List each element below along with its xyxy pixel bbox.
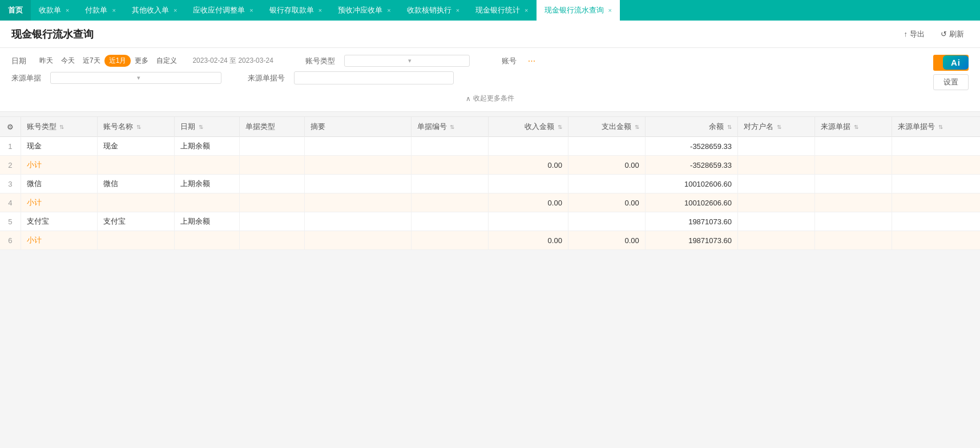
cell-expense: 0.00: [568, 231, 645, 250]
close-icon-8[interactable]: ×: [608, 0, 612, 21]
refresh-icon: ↺: [941, 30, 947, 38]
th-source-doc[interactable]: 来源单据 ⇅: [815, 117, 892, 137]
page-title: 现金银行流水查询: [11, 27, 94, 41]
cell-source-doc: [815, 137, 892, 156]
account-type-select[interactable]: ▾: [344, 55, 470, 67]
close-icon-7[interactable]: ×: [525, 0, 528, 21]
nav-tab-5[interactable]: 预收冲应收单 ×: [330, 0, 398, 21]
cell-income: 0.00: [488, 231, 568, 250]
cell-balance: 19871073.60: [645, 231, 737, 250]
close-icon-6[interactable]: ×: [456, 0, 459, 21]
sort-icon-2: ⇅: [136, 124, 141, 130]
cell-doc-type: [240, 212, 305, 231]
nav-tab-label-7: 现金银行统计: [475, 0, 520, 21]
cell-idx: 6: [0, 231, 21, 250]
custom-btn[interactable]: 自定义: [152, 55, 181, 67]
cell-idx: 4: [0, 193, 21, 212]
th-doc-no[interactable]: 单据编号 ⇅: [411, 117, 488, 137]
th-account-type[interactable]: 账号类型 ⇅: [21, 117, 98, 137]
nav-home[interactable]: 首页: [0, 0, 31, 21]
nav-tab-6[interactable]: 收款核销执行 ×: [399, 0, 467, 21]
th-settings[interactable]: ⚙: [0, 117, 21, 137]
close-icon-3[interactable]: ×: [249, 0, 253, 21]
refresh-button[interactable]: ↺ 刷新: [936, 27, 969, 42]
nav-tab-1[interactable]: 付款单 ×: [77, 0, 123, 21]
nav-tab-7[interactable]: 现金银行统计 ×: [467, 0, 536, 21]
nav-tab-2[interactable]: 其他收入单 ×: [124, 0, 185, 21]
cell-account-type: 支付宝: [21, 212, 98, 231]
cell-balance: -3528659.33: [645, 156, 737, 175]
cell-source-doc: [815, 175, 892, 193]
cell-doc-no: [411, 193, 488, 212]
ai-badge[interactable]: Ai: [943, 55, 969, 70]
close-icon-0[interactable]: ×: [66, 0, 69, 21]
cell-expense: [568, 175, 645, 193]
cell-account-name: 支付宝: [98, 212, 175, 231]
cell-source-doc-no: [892, 231, 980, 250]
th-account-name[interactable]: 账号名称 ⇅: [98, 117, 175, 137]
export-button[interactable]: ↑ 导出: [900, 27, 930, 42]
more-btn[interactable]: 更多: [131, 55, 152, 67]
account-no-dots[interactable]: ···: [526, 56, 538, 66]
table-row: 2 小计 0.00 0.00 -3528659.33: [0, 156, 980, 175]
cell-source-doc: [815, 156, 892, 175]
close-icon-4[interactable]: ×: [318, 0, 322, 21]
cell-idx: 3: [0, 175, 21, 193]
collapse-label: 收起更多条件: [473, 94, 514, 103]
cell-account-type: 小计: [21, 231, 98, 250]
nav-tab-label-5: 预收冲应收单: [338, 0, 382, 21]
account-no-label: 账号: [502, 56, 517, 66]
cell-source-doc: [815, 193, 892, 212]
source-doc-no-input[interactable]: [294, 71, 454, 84]
cell-counterpart: [738, 231, 815, 250]
close-icon-1[interactable]: ×: [112, 0, 115, 21]
cell-account-name: [98, 156, 175, 175]
nav-tab-label-6: 收款核销执行: [407, 0, 451, 21]
cell-doc-type: [240, 175, 305, 193]
nav-tab-8[interactable]: 现金银行流水查询 ×: [537, 0, 620, 21]
today-btn[interactable]: 今天: [57, 55, 79, 67]
last7-btn[interactable]: 近7天: [79, 55, 104, 67]
cell-income: [488, 212, 568, 231]
nav-tab-label-8: 现金银行流水查询: [545, 0, 604, 21]
sort-icon-6: ⇅: [450, 124, 454, 130]
cell-date: [175, 231, 240, 250]
cell-counterpart: [738, 212, 815, 231]
date-group: 昨天 今天 近7天 近1月 更多 自定义: [35, 55, 181, 67]
cell-account-type: 微信: [21, 175, 98, 193]
th-date[interactable]: 日期 ⇅: [175, 117, 240, 137]
nav-tab-label-2: 其他收入单: [132, 0, 169, 21]
page-header: 现金银行流水查询 ↑ 导出 ↺ 刷新: [0, 21, 980, 48]
cell-source-doc-no: [892, 212, 980, 231]
table-row: 6 小计 0.00 0.00 19871073.60: [0, 231, 980, 250]
cell-doc-type: [240, 137, 305, 156]
cell-account-type: 现金: [21, 137, 98, 156]
nav-tab-4[interactable]: 银行存取款单 ×: [261, 0, 330, 21]
filter-area: 日期 昨天 今天 近7天 近1月 更多 自定义 2023-02-24 至 202…: [0, 48, 980, 112]
yesterday-btn[interactable]: 昨天: [35, 55, 57, 67]
close-icon-2[interactable]: ×: [174, 0, 177, 21]
close-icon-5[interactable]: ×: [387, 0, 390, 21]
last1m-btn[interactable]: 近1月: [104, 55, 131, 67]
th-expense[interactable]: 支出金额 ⇅: [568, 117, 645, 137]
date-range: 2023-02-24 至 2023-03-24: [192, 56, 273, 64]
cell-date: [175, 156, 240, 175]
settings-button[interactable]: 设置: [933, 74, 969, 90]
th-balance[interactable]: 余额 ⇅: [645, 117, 737, 137]
cell-source-doc-no: [892, 156, 980, 175]
cell-source-doc-no: [892, 193, 980, 212]
cell-doc-no: [411, 156, 488, 175]
nav-tab-label-1: 付款单: [85, 0, 107, 21]
th-counterpart[interactable]: 对方户名 ⇅: [738, 117, 815, 137]
cell-source-doc-no: [892, 175, 980, 193]
th-income[interactable]: 收入金额 ⇅: [488, 117, 568, 137]
cell-account-type: 小计: [21, 193, 98, 212]
source-doc-select[interactable]: ▾: [50, 72, 221, 84]
nav-tab-3[interactable]: 应收应付调整单 ×: [185, 0, 261, 21]
collapse-button[interactable]: ∧ 收起更多条件: [461, 92, 519, 104]
cell-counterpart: [738, 137, 815, 156]
nav-tab-0[interactable]: 收款单 ×: [31, 0, 77, 21]
th-source-doc-no[interactable]: 来源单据号 ⇅: [892, 117, 980, 137]
cell-summary: [304, 175, 411, 193]
sort-icon-11: ⇅: [854, 124, 858, 130]
